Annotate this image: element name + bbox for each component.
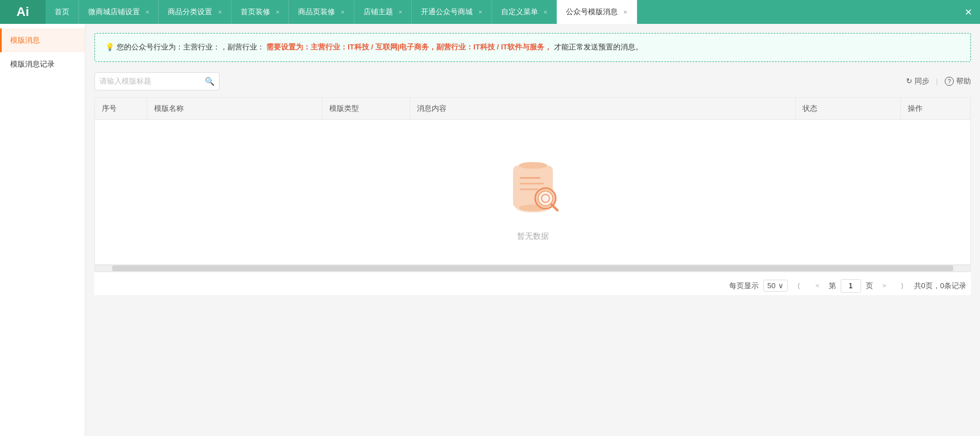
nav-tab-自定义菜单[interactable]: 自定义菜单× [492, 0, 557, 24]
sync-icon: ↻ [906, 77, 912, 85]
page-first-btn[interactable]: ⟨ [792, 279, 806, 293]
data-table: 序号模版名称模版类型消息内容状态操作 [94, 97, 971, 265]
tab-close-icon[interactable]: × [146, 9, 149, 15]
col-header-status: 状态 [795, 97, 900, 119]
notice-highlight: 需要设置为：主营行业：IT科技 / 互联网|电子商务，副营行业：IT科技 / I… [266, 43, 552, 51]
nav-tab-开通公众号商城[interactable]: 开通公众号商城× [412, 0, 491, 24]
top-navbar: Ai 首页微商城店铺设置×商品分类设置×首页装修×商品页装修×店铺主题×开通公众… [0, 0, 980, 24]
nav-tab-商品分类设置[interactable]: 商品分类设置× [159, 0, 231, 24]
tab-close-icon[interactable]: × [478, 9, 482, 15]
sidebar-item-模版消息记录[interactable]: 模版消息记录 [0, 52, 85, 76]
nav-tab-店铺主题[interactable]: 店铺主题× [354, 0, 412, 24]
tab-close-icon[interactable]: × [399, 9, 402, 15]
toolbar-right: ↻ 同步 | ? 帮助 [906, 76, 971, 86]
help-icon: ? [945, 77, 954, 86]
notice-suffix: 才能正常发送预置的消息。 [554, 43, 643, 51]
col-header-index: 序号 [95, 97, 147, 119]
table-header: 序号模版名称模版类型消息内容状态操作 [95, 97, 971, 119]
table-scrollbar[interactable] [94, 265, 971, 272]
empty-state-row: 暂无数据 [95, 119, 971, 264]
col-header-type: 模版类型 [322, 97, 410, 119]
table-header-row: 序号模版名称模版类型消息内容状态操作 [95, 97, 971, 119]
nav-tab-公众号模版消息[interactable]: 公众号模版消息× [557, 0, 636, 24]
scrollbar-thumb [112, 265, 953, 271]
nav-tab-商品页装修[interactable]: 商品页装修× [289, 0, 354, 24]
table-body: 暂无数据 [95, 119, 971, 264]
svg-point-7 [538, 191, 553, 206]
col-header-name: 模版名称 [147, 97, 322, 119]
per-page-chevron: ∨ [778, 281, 784, 290]
search-input-wrap[interactable]: 🔍 [94, 72, 220, 90]
empty-text: 暂无数据 [517, 231, 549, 242]
tab-close-icon[interactable]: × [341, 9, 344, 15]
bulb-icon: 💡 [105, 43, 114, 51]
page-prev-btn[interactable]: ＜ [811, 279, 824, 293]
sidebar-item-模版消息[interactable]: 模版消息 [0, 28, 85, 52]
page-label-pre: 第 [829, 281, 836, 291]
empty-state: 暂无数据 [95, 120, 970, 264]
page-label-post: 页 [866, 281, 873, 291]
tab-close-icon[interactable]: × [544, 9, 547, 15]
help-button[interactable]: ? 帮助 [945, 76, 971, 86]
close-all-button[interactable]: ✕ [956, 0, 980, 24]
pagination: 每页显示 50 ∨ ⟨ ＜ 第 页 ＞ ⟩ 共0页，0条记录 [94, 272, 971, 295]
sidebar: 模版消息模版消息记录 [0, 24, 85, 436]
col-header-action: 操作 [900, 97, 970, 119]
tab-close-icon[interactable]: × [218, 9, 221, 15]
page-input[interactable] [841, 279, 861, 293]
search-icon[interactable]: 🔍 [205, 77, 214, 86]
col-header-content: 消息内容 [410, 97, 796, 119]
svg-line-8 [552, 205, 557, 210]
nav-tab-首页[interactable]: 首页 [46, 0, 79, 24]
page-last-btn[interactable]: ⟩ [896, 279, 909, 293]
nav-tab-首页装修[interactable]: 首页装修× [231, 0, 289, 24]
page-next-btn[interactable]: ＞ [878, 279, 891, 293]
toolbar-divider: | [936, 77, 938, 85]
tab-close-icon[interactable]: × [623, 9, 627, 15]
content-area: 💡 您的公众号行业为：主营行业：，副营行业： 需要设置为：主营行业：IT科技 /… [85, 24, 980, 436]
notice-box: 💡 您的公众号行业为：主营行业：，副营行业： 需要设置为：主营行业：IT科技 /… [94, 33, 971, 62]
per-page-value: 50 [767, 281, 775, 290]
total-info: 共0页，0条记录 [914, 281, 966, 291]
notice-prefix: 您的公众号行业为：主营行业：，副营行业： [117, 43, 264, 51]
main-layout: 模版消息模版消息记录 💡 您的公众号行业为：主营行业：，副营行业： 需要设置为：… [0, 24, 980, 436]
sync-label: 同步 [915, 76, 929, 86]
empty-icon [499, 154, 567, 222]
search-input[interactable] [100, 77, 205, 85]
help-label: 帮助 [956, 76, 971, 86]
nav-tabs: 首页微商城店铺设置×商品分类设置×首页装修×商品页装修×店铺主题×开通公众号商城… [46, 0, 956, 24]
search-bar: 🔍 ↻ 同步 | ? 帮助 [94, 72, 971, 90]
per-page-label: 每页显示 [729, 281, 759, 291]
app-logo: Ai [0, 0, 46, 24]
svg-point-1 [519, 162, 547, 169]
sync-button[interactable]: ↻ 同步 [906, 76, 929, 86]
per-page-select[interactable]: 50 ∨ [763, 280, 787, 292]
nav-tab-微商城店铺设置[interactable]: 微商城店铺设置× [79, 0, 159, 24]
tab-close-icon[interactable]: × [276, 9, 279, 15]
